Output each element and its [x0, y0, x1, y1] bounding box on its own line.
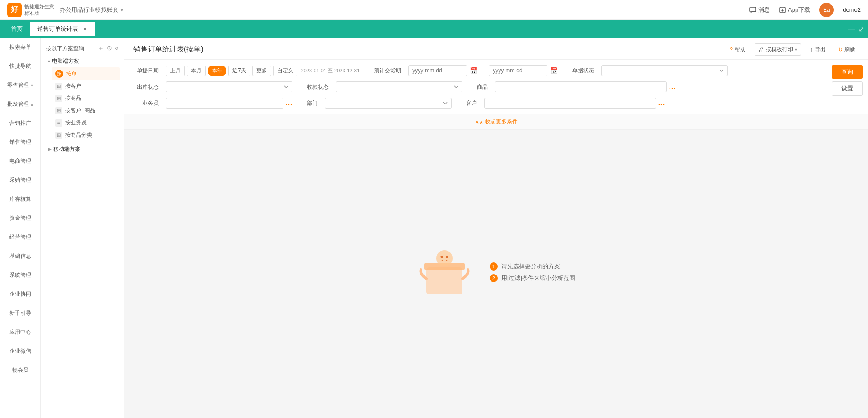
sidebar-item-app-center[interactable]: 应用中心 [0, 323, 40, 342]
customer-input[interactable] [484, 98, 656, 109]
top-bar-left: 好 畅捷通好生意 标准版 办公用品行业模拟账套 ▾ [7, 3, 123, 17]
sidebar-item-purchase-mgmt[interactable]: 采购管理 [0, 171, 40, 190]
help-icon: ? [730, 47, 733, 53]
breadcrumb: 办公用品行业模拟账套 ▾ [60, 6, 123, 14]
settings-scheme-icon[interactable]: ⊙ [107, 44, 112, 52]
sidebar-item-ecommerce-mgmt[interactable]: 电商管理 [0, 152, 40, 171]
filter-row-1: 单据日期 上月 本月 本年 近7天 更多 自定义 2023-01-01 至 20… [133, 65, 832, 76]
query-button[interactable]: 查询 [832, 65, 863, 79]
expected-date-end[interactable] [489, 65, 547, 76]
tree-mobile-solutions[interactable]: ▶ 移动端方案 [44, 143, 120, 155]
tree-item-by-product[interactable]: ⊞ 按商品 [52, 92, 120, 104]
sidebar-item-enterprise-wechat[interactable]: 企业微信 [0, 342, 40, 361]
sidebar-item-business-mgmt[interactable]: 经营管理 [0, 228, 40, 247]
top-bar: 好 畅捷通好生意 标准版 办公用品行业模拟账套 ▾ 消息 App下载 Ea de… [0, 0, 868, 20]
expected-date-start[interactable] [408, 65, 467, 76]
tab-bar-right: — ⤢ [848, 25, 864, 33]
refresh-icon: ↻ [838, 47, 843, 53]
cal-start-icon[interactable]: 📅 [470, 67, 477, 74]
dept-select[interactable] [325, 98, 452, 109]
tree-item-by-salesman[interactable]: ≡ 按业务员 [52, 117, 120, 129]
sidebar-item-new-guide[interactable]: 新手引导 [0, 304, 40, 323]
shortcut-last-7days[interactable]: 近7天 [228, 66, 250, 76]
tab-maximize-icon[interactable]: ⤢ [859, 25, 864, 33]
sidebar-item-quick-nav[interactable]: 快捷导航 [0, 57, 40, 76]
print-button[interactable]: 🖨 按模板打印 ▾ [755, 43, 801, 56]
cal-end-icon[interactable]: 📅 [550, 67, 558, 74]
app-download-button[interactable]: App下载 [779, 6, 810, 14]
filter-row-3: 业务员 … 部门 客户 … [133, 98, 832, 109]
tree-expand-mobile-icon: ▶ [48, 147, 52, 152]
tree-item-by-bill[interactable]: 按 按单 [52, 67, 120, 80]
shortcut-more[interactable]: 更多 [252, 66, 271, 76]
collect-status-select[interactable] [336, 81, 462, 92]
grid2-icon: ⊞ [55, 95, 62, 102]
tree-item-by-product-category[interactable]: ⊞ 按商品分类 [52, 129, 120, 141]
sidebar-item-retail-mgmt[interactable]: 零售管理 ▾ [0, 76, 40, 95]
goods-input[interactable] [495, 81, 667, 92]
expected-date-input-group: 📅 — 📅 [408, 65, 558, 76]
avatar[interactable]: Ea [819, 3, 834, 17]
print-dropdown-icon: ▾ [795, 47, 797, 52]
svg-point-6 [446, 256, 448, 258]
shortcut-this-month[interactable]: 本月 [187, 66, 206, 76]
salesman-input[interactable] [166, 98, 283, 109]
grid4-icon: ⊞ [55, 132, 62, 139]
svg-point-4 [436, 250, 453, 266]
date-label: 单据日期 [133, 67, 159, 75]
bill-status-wrap [601, 65, 832, 76]
tree-item-by-customer-product[interactable]: ⊞ 按客户+商品 [52, 104, 120, 117]
customer-label: 客户 [466, 100, 477, 107]
tree-item-by-customer[interactable]: ⊞ 按客户 [52, 80, 120, 92]
sidebar-item-inventory[interactable]: 库存核算 [0, 190, 40, 209]
sidebar-item-member[interactable]: 畅会员 [0, 361, 40, 380]
sidebar-item-enterprise-collab[interactable]: 企业协同 [0, 285, 40, 304]
tab-minimize-icon[interactable]: — [848, 25, 855, 33]
out-status-select[interactable] [166, 81, 292, 92]
goods-more-icon[interactable]: … [669, 83, 676, 91]
tab-home[interactable]: 首页 [4, 22, 30, 36]
collapse-icon: ∧∧ [475, 119, 483, 125]
collapse-bar[interactable]: ∧∧ 收起更多条件 [124, 114, 868, 130]
print-icon: 🖨 [759, 47, 764, 53]
customer-wrap: … [484, 98, 832, 109]
collapse-panel-icon[interactable]: « [115, 44, 118, 52]
tree-children: 按 按单 ⊞ 按客户 ⊞ 按商品 ⊞ 按客户+商品 ≡ 按业务员 [44, 67, 120, 141]
tab-bar: 首页 销售订单统计表 ✕ — ⤢ [0, 20, 868, 38]
tab-sales-order-stat[interactable]: 销售订单统计表 ✕ [30, 22, 95, 36]
help-button[interactable]: ? 帮助 [726, 44, 749, 55]
sidebar-item-wholesale-mgmt[interactable]: 批发管理 ▴ [0, 95, 40, 114]
tab-close-icon[interactable]: ✕ [81, 25, 88, 33]
add-scheme-icon[interactable]: ＋ [98, 44, 104, 52]
filter-query-btns: 查询 设置 [832, 65, 863, 96]
salesman-more-icon[interactable]: … [285, 99, 292, 107]
customer-more-icon[interactable]: … [658, 99, 665, 107]
sidebar-item-marketing[interactable]: 营销推广 [0, 114, 40, 133]
sidebar: 搜索菜单 快捷导航 零售管理 ▾ 批发管理 ▴ 营销推广 销售管理 电商管理 采… [0, 38, 41, 418]
logo-icon: 好 [7, 3, 22, 17]
user-name: demo2 [843, 6, 861, 13]
settings-button[interactable]: 设置 [832, 81, 863, 96]
breadcrumb-dropdown-icon[interactable]: ▾ [120, 6, 123, 13]
shortcut-last-month[interactable]: 上月 [166, 66, 185, 76]
bill-status-select[interactable] [601, 65, 728, 76]
tree-pc-solutions[interactable]: ▾ 电脑端方案 [44, 55, 120, 67]
shortcut-this-year[interactable]: 本年 [208, 66, 226, 76]
empty-svg [417, 249, 472, 299]
sidebar-item-finance-mgmt[interactable]: 资金管理 [0, 209, 40, 228]
sidebar-item-basic-info[interactable]: 基础信息 [0, 247, 40, 266]
sidebar-item-system-mgmt[interactable]: 系统管理 [0, 266, 40, 285]
chevron-down-icon: ▾ [31, 83, 33, 88]
dept-label: 部门 [307, 100, 318, 107]
filter-rows-wrap: 单据日期 上月 本月 本年 近7天 更多 自定义 2023-01-01 至 20… [124, 60, 868, 114]
sidebar-item-search-menu[interactable]: 搜索菜单 [0, 38, 40, 57]
shortcut-custom[interactable]: 自定义 [273, 66, 297, 76]
content-area: 销售订单统计表(按单) ? 帮助 🖨 按模板打印 ▾ ↑ 导出 ↻ 刷新 [124, 38, 868, 418]
refresh-button[interactable]: ↻ 刷新 [835, 44, 859, 55]
message-button[interactable]: 消息 [749, 6, 770, 14]
export-button[interactable]: ↑ 导出 [807, 44, 829, 55]
expected-date-label: 预计交货期 [374, 67, 401, 75]
svg-rect-0 [750, 7, 756, 12]
date-range-text: 2023-01-01 至 2023-12-31 [301, 67, 360, 74]
sidebar-item-sales-mgmt[interactable]: 销售管理 [0, 133, 40, 152]
